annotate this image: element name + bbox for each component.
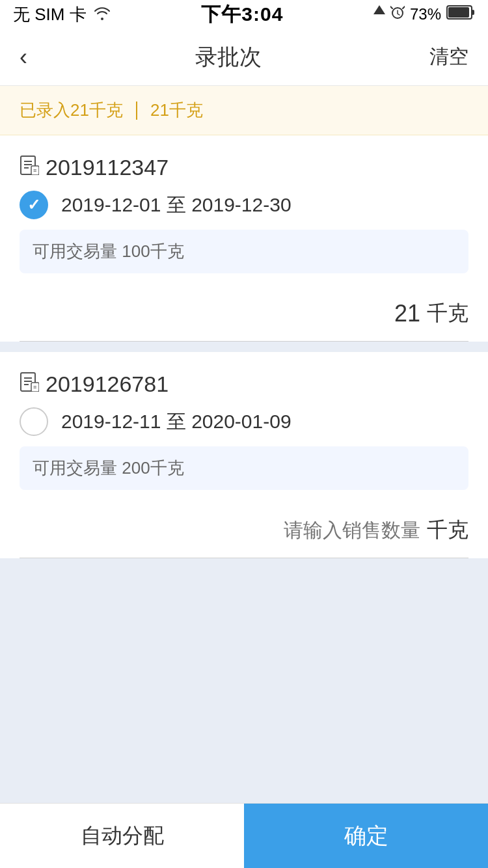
- time-display: 下午3:04: [201, 1, 283, 28]
- batch2-date-row[interactable]: 2019-12-11 至 2020-01-09: [20, 407, 468, 436]
- info-banner: 已录入21千克 21千克: [0, 86, 488, 135]
- batch-card-2: ≡ 2019126781 2019-12-11 至 2020-01-09 可用交…: [0, 352, 488, 558]
- batch2-unit: 千克: [427, 516, 468, 545]
- empty-area: [0, 558, 488, 845]
- batch1-header: ≡ 2019112347: [20, 155, 468, 180]
- battery-percent: 73%: [410, 5, 441, 23]
- recorded-amount: 已录入21千克: [20, 99, 123, 122]
- batch1-date-row[interactable]: 2019-12-01 至 2019-12-30: [20, 191, 468, 219]
- batch2-header: ≡ 2019126781: [20, 372, 468, 397]
- back-button[interactable]: ‹: [20, 44, 27, 71]
- location-icon: [373, 5, 385, 23]
- nav-bar: ‹ 录批次 清空: [0, 29, 488, 86]
- batch1-radio[interactable]: [20, 191, 48, 219]
- batch1-available: 可用交易量 100千克: [20, 230, 468, 273]
- carrier-text: 无 SIM 卡: [13, 3, 87, 26]
- svg-text:≡: ≡: [33, 384, 36, 390]
- svg-text:≡: ≡: [33, 167, 36, 174]
- status-left: 无 SIM 卡: [13, 3, 111, 26]
- batch2-input-row: 千克: [0, 503, 488, 558]
- bottom-bar: 自动分配 确定: [0, 803, 488, 868]
- auto-distribute-button[interactable]: 自动分配: [0, 804, 244, 868]
- batch1-quantity-input[interactable]: [342, 300, 420, 327]
- section-divider-1: [0, 342, 488, 352]
- batch-card-1: ≡ 2019112347 2019-12-01 至 2019-12-30 可用交…: [0, 135, 488, 342]
- page-title: 录批次: [195, 42, 262, 72]
- status-bar: 无 SIM 卡 下午3:04 73%: [0, 0, 488, 29]
- batch1-unit: 千克: [427, 299, 468, 328]
- svg-rect-3: [472, 10, 474, 15]
- svg-rect-2: [448, 7, 469, 18]
- info-divider: [136, 102, 137, 120]
- document-icon-1: ≡: [20, 156, 39, 180]
- alarm-icon: [390, 5, 405, 23]
- confirm-button[interactable]: 确定: [244, 804, 488, 868]
- batch2-available: 可用交易量 200千克: [20, 446, 468, 490]
- clear-button[interactable]: 清空: [429, 44, 468, 70]
- battery-icon: [446, 5, 475, 23]
- batch1-quantity-row: 千克: [0, 286, 488, 341]
- batch2-quantity-input[interactable]: [20, 519, 420, 541]
- batch2-id: 2019126781: [46, 372, 169, 397]
- status-right: 73%: [373, 5, 475, 23]
- batch2-radio[interactable]: [20, 407, 48, 436]
- batch1-id: 2019112347: [46, 155, 169, 180]
- batch1-date: 2019-12-01 至 2019-12-30: [61, 192, 291, 219]
- total-amount: 21千克: [150, 99, 203, 122]
- batch2-date: 2019-12-11 至 2020-01-09: [61, 409, 291, 435]
- document-icon-2: ≡: [20, 372, 39, 397]
- wifi-icon: [93, 5, 111, 25]
